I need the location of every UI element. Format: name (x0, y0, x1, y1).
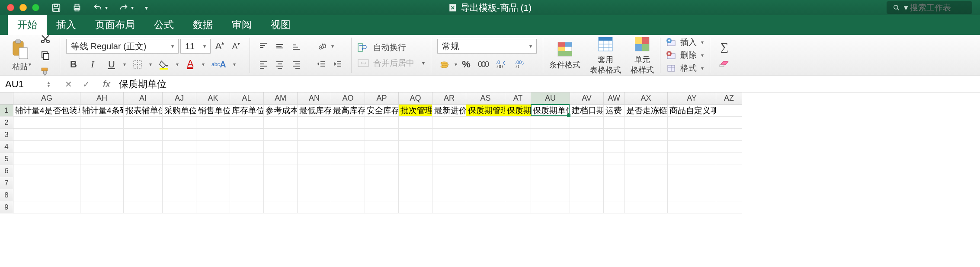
cell[interactable] (264, 153, 298, 165)
underline-button[interactable]: U (104, 57, 119, 72)
font-name-combo[interactable]: 等线 Regular (正文)▾ (66, 39, 179, 54)
spreadsheet-grid[interactable]: 123456789 AGAHAIAJAKALAMANAOAPAQARASATAU… (0, 92, 980, 213)
row-header[interactable]: 7 (0, 177, 13, 189)
formula-bar-input[interactable]: 保质期单位 (115, 78, 980, 91)
delete-cells-button[interactable]: 删除▾ (666, 50, 704, 61)
cell[interactable] (298, 201, 331, 213)
cell[interactable] (625, 141, 668, 153)
increase-indent-button[interactable] (330, 57, 345, 72)
cell[interactable]: 保质期管理 (466, 105, 505, 117)
cell[interactable] (668, 129, 716, 141)
cell[interactable] (505, 117, 531, 129)
cell[interactable] (196, 177, 230, 189)
cell[interactable] (13, 201, 80, 213)
column-header[interactable]: AH (80, 92, 124, 105)
cell[interactable]: 最新进价 (432, 105, 466, 117)
column-header[interactable]: AO (331, 92, 365, 105)
cell[interactable] (432, 177, 466, 189)
cell[interactable] (230, 177, 264, 189)
comma-style-button[interactable]: 000 (475, 57, 491, 72)
cell[interactable] (505, 189, 531, 201)
italic-button[interactable]: I (85, 57, 100, 72)
cell[interactable] (399, 201, 432, 213)
cell[interactable] (331, 153, 365, 165)
cell[interactable] (13, 177, 80, 189)
cell[interactable] (230, 117, 264, 129)
number-format-combo[interactable]: 常规▾ (437, 39, 537, 54)
merge-center-button[interactable]: 合并后居中▾ (358, 57, 425, 69)
redo-button[interactable]: ▾ (119, 3, 134, 13)
cell[interactable] (230, 129, 264, 141)
column-header[interactable]: AX (625, 92, 668, 105)
cell[interactable]: 报表辅单位 (124, 105, 163, 117)
cell[interactable] (331, 165, 365, 177)
orientation-button[interactable]: ab (314, 39, 330, 54)
cell[interactable] (625, 165, 668, 177)
cell[interactable] (13, 165, 80, 177)
cell[interactable] (716, 177, 742, 189)
cell[interactable] (230, 189, 264, 201)
format-as-table-button[interactable]: 套用 表格格式 (590, 35, 621, 75)
cell[interactable]: 运费 (604, 105, 625, 117)
cell[interactable]: 商品自定义项 (668, 105, 716, 117)
column-header[interactable]: AW (604, 92, 625, 105)
cell[interactable]: 建档日期 (570, 105, 604, 117)
cell[interactable] (264, 201, 298, 213)
column-header[interactable]: AK (196, 92, 230, 105)
conditional-formatting-button[interactable]: 条件格式 (549, 41, 580, 70)
cell[interactable] (163, 129, 196, 141)
row-header[interactable]: 8 (0, 189, 13, 201)
cell[interactable] (570, 153, 604, 165)
cell[interactable] (163, 153, 196, 165)
cell[interactable] (604, 153, 625, 165)
cell[interactable] (365, 117, 399, 129)
column-header[interactable]: AP (365, 92, 399, 105)
cell-styles-button[interactable]: 单元 格样式 (631, 35, 654, 75)
cell[interactable] (668, 141, 716, 153)
cell[interactable] (716, 201, 742, 213)
cell[interactable] (466, 201, 505, 213)
cell[interactable] (505, 141, 531, 153)
cell[interactable] (531, 189, 570, 201)
maximize-window-button[interactable] (32, 4, 39, 11)
cell[interactable] (298, 177, 331, 189)
column-header[interactable]: AY (668, 92, 716, 105)
enter-formula-button[interactable]: ✓ (83, 79, 90, 89)
cell[interactable] (531, 165, 570, 177)
cell[interactable] (196, 141, 230, 153)
cell[interactable] (230, 201, 264, 213)
cell[interactable] (604, 201, 625, 213)
cell[interactable] (668, 189, 716, 201)
cell[interactable] (399, 141, 432, 153)
cell[interactable] (80, 201, 124, 213)
cell[interactable] (230, 153, 264, 165)
cell[interactable] (625, 201, 668, 213)
cell[interactable] (264, 129, 298, 141)
cell[interactable] (668, 177, 716, 189)
cell[interactable] (399, 189, 432, 201)
cell[interactable] (298, 117, 331, 129)
cell[interactable] (365, 141, 399, 153)
cell[interactable] (264, 189, 298, 201)
cell[interactable] (230, 165, 264, 177)
column-header[interactable]: AI (124, 92, 163, 105)
search-box[interactable]: ▾ (887, 1, 972, 14)
decrease-decimal-button[interactable]: .00.0 (512, 57, 529, 72)
cell[interactable] (570, 177, 604, 189)
cell[interactable] (432, 141, 466, 153)
cell[interactable] (399, 153, 432, 165)
cell[interactable] (716, 165, 742, 177)
cell[interactable] (716, 129, 742, 141)
column-header[interactable]: AT (505, 92, 531, 105)
cell[interactable] (331, 117, 365, 129)
ribbon-tab-5[interactable]: 审阅 (222, 15, 261, 35)
cell[interactable] (432, 189, 466, 201)
cell[interactable] (80, 141, 124, 153)
cell[interactable] (365, 165, 399, 177)
cell[interactable] (604, 141, 625, 153)
phonetic-guide-button[interactable]: abcA (209, 57, 229, 72)
cell[interactable] (230, 141, 264, 153)
cell[interactable] (196, 165, 230, 177)
cell[interactable] (264, 141, 298, 153)
cell[interactable] (264, 165, 298, 177)
